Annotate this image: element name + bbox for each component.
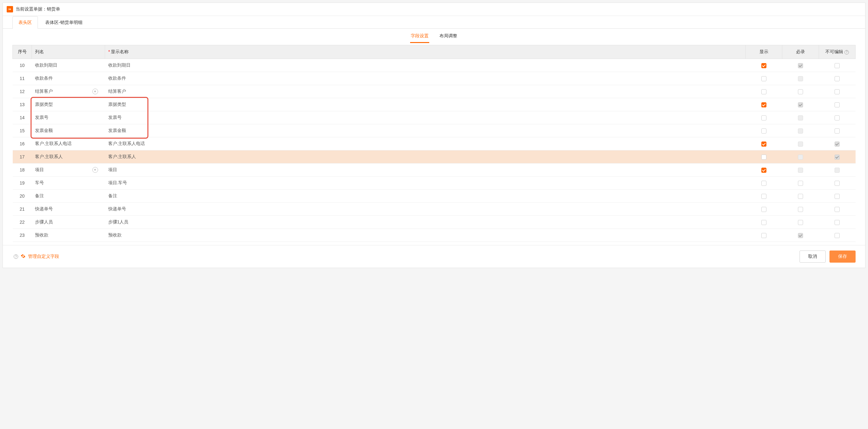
col-header-readonly-label: 不可编辑 [825,49,843,54]
expand-field-button[interactable]: + [92,167,98,173]
table-row[interactable]: 16客户.主联系人电话客户.主联系人电话 [13,137,856,150]
readonly-checkbox[interactable] [835,181,840,186]
cell-show [746,229,782,242]
readonly-checkbox[interactable] [835,220,840,225]
cell-display-name[interactable]: 预收款 [105,229,746,242]
cell-show [746,137,782,150]
required-checkbox[interactable] [798,220,803,225]
table-row[interactable]: 22步骤人员步骤1人员 [13,216,856,229]
tabs-secondary: 字段设置布局调整 [3,29,865,43]
readonly-checkbox[interactable] [835,233,840,238]
readonly-checkbox[interactable] [835,115,840,120]
cell-required [782,72,819,85]
table-row[interactable]: 21快递单号快递单号 [13,203,856,216]
cell-display-name[interactable]: 项目 [105,164,746,177]
show-checkbox[interactable] [761,194,767,199]
table-row[interactable]: 14发票号发票号 [13,111,856,124]
save-button[interactable]: 保存 [830,251,856,263]
cell-display-name[interactable]: 客户.主联系人 [105,150,746,164]
manage-custom-fields-link[interactable]: 管理自定义字段 [28,254,59,259]
collapse-toggle-button[interactable] [7,6,13,12]
readonly-checkbox[interactable] [835,89,840,94]
cell-display-name[interactable]: 发票号 [105,111,746,124]
cell-seq: 17 [13,150,32,164]
show-checkbox[interactable] [761,168,767,173]
show-checkbox[interactable] [761,76,767,81]
tab-secondary-1[interactable]: 布局调整 [439,33,458,43]
required-checkbox[interactable] [798,89,803,94]
required-checkbox [798,102,803,107]
cell-readonly [819,229,856,242]
readonly-checkbox[interactable] [835,102,840,107]
show-checkbox[interactable] [761,154,767,160]
field-name-label: 收款到期日 [35,62,57,68]
help-icon[interactable]: ? [14,254,18,259]
readonly-checkbox[interactable] [835,207,840,212]
cell-seq: 16 [13,137,32,150]
expand-field-button[interactable]: + [92,89,98,94]
readonly-checkbox[interactable] [835,63,840,68]
cell-display-name[interactable]: 收款条件 [105,72,746,85]
table-row[interactable]: 20备注备注 [13,190,856,203]
cell-display-name[interactable]: 步骤1人员 [105,216,746,229]
cell-seq: 11 [13,72,32,85]
readonly-checkbox[interactable] [835,194,840,199]
cell-display-name[interactable]: 结算客户 [105,85,746,98]
cell-display-name[interactable]: 收款到期日 [105,59,746,72]
cell-required [782,137,819,150]
readonly-checkbox[interactable] [835,128,840,134]
cell-seq: 10 [13,59,32,72]
cell-display-name[interactable]: 客户.主联系人电话 [105,137,746,150]
table-row[interactable]: 12结算客户+结算客户 [13,85,856,98]
required-checkbox [798,128,803,134]
cancel-button[interactable]: 取消 [800,251,826,263]
tab-primary-1[interactable]: 表体区-销货单明细 [39,16,89,29]
table-row[interactable]: 19车号项目.车号 [13,177,856,190]
show-checkbox[interactable] [761,63,767,68]
footer: ? 管理自定义字段 取消 保存 [3,245,865,268]
show-checkbox[interactable] [761,181,767,186]
table-row[interactable]: 23预收款预收款 [13,229,856,242]
cell-display-name[interactable]: 发票金额 [105,124,746,137]
readonly-checkbox [835,142,840,147]
table-row[interactable]: 18项目+项目 [13,164,856,177]
tab-primary-0[interactable]: 表头区 [12,16,38,29]
field-name-label: 客户.主联系人电话 [35,141,72,147]
table-row[interactable]: 10收款到期日收款到期日 [13,59,856,72]
cell-display-name[interactable]: 项目.车号 [105,177,746,190]
cell-show [746,111,782,124]
show-checkbox[interactable] [761,142,767,147]
show-checkbox[interactable] [761,207,767,212]
cell-show [746,124,782,137]
cell-display-name[interactable]: 快递单号 [105,203,746,216]
table-row[interactable]: 13票据类型票据类型 [13,98,856,111]
show-checkbox[interactable] [761,89,767,94]
cell-required [782,216,819,229]
cell-display-name[interactable]: 备注 [105,190,746,203]
show-checkbox[interactable] [761,233,767,238]
readonly-checkbox[interactable] [835,76,840,81]
table-row[interactable]: 11收款条件收款条件 [13,72,856,85]
required-checkbox [798,63,803,68]
cell-display-name[interactable]: 票据类型 [105,98,746,111]
field-name-label: 发票号 [35,115,49,120]
help-icon[interactable]: ? [844,50,849,55]
chevron-double-right-icon [8,7,12,11]
cell-name: 票据类型 [32,98,105,111]
show-checkbox[interactable] [761,220,767,225]
table-row[interactable]: 15发票金额发票金额 [13,124,856,137]
cell-name: 备注 [32,190,105,203]
required-checkbox[interactable] [798,207,803,212]
cell-name: 发票金额 [32,124,105,137]
show-checkbox[interactable] [761,128,767,134]
cell-readonly [819,124,856,137]
required-checkbox[interactable] [798,181,803,186]
required-checkbox[interactable] [798,194,803,199]
table-row[interactable]: 17客户.主联系人客户.主联系人 [13,150,856,164]
cell-show [746,216,782,229]
cell-show [746,85,782,98]
tab-secondary-0[interactable]: 字段设置 [410,33,429,43]
show-checkbox[interactable] [761,115,767,120]
show-checkbox[interactable] [761,102,767,107]
cell-name: 项目+ [32,164,105,177]
